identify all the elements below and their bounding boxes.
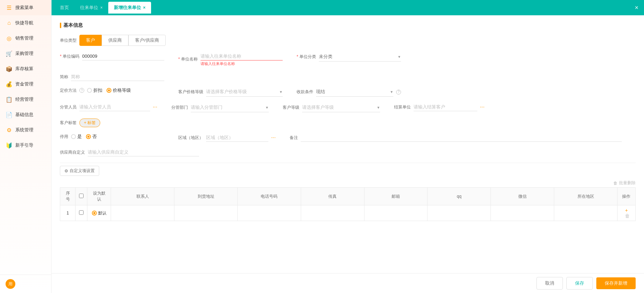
unit-name-field: 单位名称 请输入往来单位名称 [178, 52, 283, 66]
region-input[interactable] [206, 133, 268, 142]
manager-more-btn[interactable]: ··· [153, 104, 157, 110]
disable-field: 停用 是 否 [60, 133, 164, 140]
settlement-more-btn[interactable]: ··· [480, 104, 485, 110]
price-level-placeholder: 请选择客户价格等级 [206, 89, 247, 95]
col-wechat: 微信 [491, 188, 554, 205]
tab-partners-label: 往来单位 [80, 5, 98, 11]
sidebar-item-guide[interactable]: 🔰 新手引导 [0, 138, 51, 153]
row-del-btn[interactable]: 🗑 [625, 213, 630, 219]
tab-new-partner-close[interactable]: × [143, 5, 146, 10]
contact-input[interactable] [115, 211, 171, 216]
payment-terms-field: 收款条件 现结 ▼ ? [297, 87, 401, 97]
unit-category-chevron: ▼ [398, 55, 401, 59]
fax-input[interactable] [305, 211, 361, 216]
sidebar-item-sales[interactable]: ◎ 销售管理 [0, 31, 51, 46]
type-btn-both[interactable]: 客户/供应商 [128, 35, 166, 46]
col-default: 设为默认 [87, 188, 111, 205]
row-qq[interactable] [427, 205, 491, 221]
sidebar-item-operation[interactable]: 📋 经营管理 [0, 92, 51, 107]
payment-terms-value: 现结 [316, 89, 325, 95]
short-name-input[interactable] [71, 73, 164, 81]
pricing-radio-discount[interactable]: 折扣 [87, 87, 102, 93]
sidebar-item-quicknav[interactable]: ⌂ 快捷导航 [0, 15, 51, 31]
price-level-select[interactable]: 请选择客户价格等级 ▼ [206, 87, 283, 97]
row-wechat[interactable] [491, 205, 554, 221]
pricing-radio-group: 折扣 价格等级 [87, 87, 131, 93]
address-input[interactable] [178, 211, 234, 216]
sidebar: ☰ 搜索菜单 ⌂ 快捷导航 ◎ 销售管理 🛒 采购管理 📦 库存核算 💰 资金管… [0, 0, 52, 293]
qq-input[interactable] [431, 211, 487, 216]
section-icon-bar [60, 23, 61, 28]
cancel-button[interactable]: 取消 [536, 277, 563, 290]
tab-partners[interactable]: 往来单位 × [74, 2, 108, 14]
unit-name-input[interactable] [201, 52, 283, 60]
row-add-btn[interactable]: + [625, 207, 628, 213]
sidebar-item-finance[interactable]: 💰 资金管理 [0, 76, 51, 92]
row-phone[interactable] [238, 205, 301, 221]
region-row-input[interactable] [558, 211, 614, 216]
tab-home[interactable]: 首页 [54, 2, 74, 14]
form-content: 基本信息 单位类型 客户 供应商 客户/供应商 单位编码 单位名称 [52, 15, 644, 273]
row-contact[interactable] [111, 205, 174, 221]
row-default-radio[interactable]: 默认 [91, 210, 107, 216]
row-address[interactable] [174, 205, 238, 221]
type-btn-supplier[interactable]: 供应商 [102, 35, 128, 46]
batch-delete-icon: 🗑 [613, 181, 618, 186]
row-email[interactable] [364, 205, 427, 221]
pricing-radio-level[interactable]: 价格等级 [107, 87, 131, 93]
price-level-chevron: ▼ [279, 90, 283, 94]
price-level-field: 客户价格等级 请选择客户价格等级 ▼ [178, 87, 283, 97]
row-region[interactable] [554, 205, 618, 221]
section-divider [60, 163, 636, 163]
remark-input[interactable] [301, 133, 622, 142]
save-add-button[interactable]: 保存并新增 [596, 277, 636, 289]
sidebar-item-search[interactable]: ☰ 搜索菜单 [0, 0, 51, 15]
disable-yes[interactable]: 是 [71, 133, 82, 140]
settlement-input[interactable] [414, 103, 477, 111]
inventory-icon: 📦 [6, 65, 13, 72]
gear-icon: ⚙ [64, 169, 68, 173]
sidebar-item-inventory[interactable]: 📦 库存核算 [0, 61, 51, 76]
row-fax[interactable] [301, 205, 364, 221]
unit-category-label: 单位分类 [297, 54, 316, 60]
dept-select[interactable]: 请输入分管部门 ▼ [191, 103, 269, 112]
disable-no[interactable]: 否 [86, 133, 97, 140]
row-action: + 🗑 [617, 205, 635, 221]
dept-chevron: ▼ [265, 106, 269, 109]
col-region: 所在地区 [554, 188, 618, 205]
tab-partners-close[interactable]: × [100, 5, 103, 10]
sidebar-item-basic[interactable]: 📄 基础信息 [0, 107, 51, 122]
sidebar-bottom: 用 [0, 275, 51, 293]
pricing-help-icon[interactable]: ? [79, 88, 84, 93]
save-button[interactable]: 保存 [566, 277, 593, 290]
sidebar-item-label: 新手引导 [15, 142, 33, 148]
unit-code-input[interactable] [82, 52, 164, 60]
type-btn-customer[interactable]: 客户 [79, 35, 102, 46]
basic-icon: 📄 [6, 111, 13, 118]
tab-new-partner-label: 新增往来单位 [114, 5, 141, 11]
supplier-custom-input[interactable] [88, 148, 199, 156]
sidebar-item-system[interactable]: ⚙ 系统管理 [0, 122, 51, 138]
sidebar-item-purchase[interactable]: 🛒 采购管理 [0, 46, 51, 61]
tab-new-partner[interactable]: 新增往来单位 × [108, 2, 151, 14]
customer-level-select[interactable]: 请选择客户等级 ▼ [302, 103, 380, 112]
customer-tag-row: 客户标签 + 标签 [60, 119, 636, 127]
select-all-checkbox[interactable] [79, 194, 84, 198]
unit-category-select[interactable]: 未分类 ▼ [319, 52, 401, 62]
batch-delete-label[interactable]: 批量删除 [619, 180, 636, 186]
manager-input[interactable] [79, 103, 150, 111]
phone-input[interactable] [241, 211, 297, 216]
custom-settings-button[interactable]: ⚙ 自定义项设置 [60, 166, 99, 176]
section-title-text: 基本信息 [63, 22, 83, 29]
manager-field: 分管人员 ··· [60, 103, 157, 111]
system-icon: ⚙ [6, 127, 13, 133]
email-input[interactable] [368, 211, 424, 216]
region-more-btn[interactable]: ··· [271, 135, 276, 141]
tag-add-button[interactable]: + 标签 [79, 119, 100, 127]
col-action: 操作 [617, 188, 635, 205]
wechat-input[interactable] [494, 211, 550, 216]
payment-terms-select[interactable]: 现结 ▼ [316, 87, 393, 97]
payment-terms-help-icon[interactable]: ? [396, 90, 401, 95]
tab-bar-close-btn[interactable]: × [632, 4, 641, 11]
row-select-checkbox[interactable] [79, 210, 84, 215]
